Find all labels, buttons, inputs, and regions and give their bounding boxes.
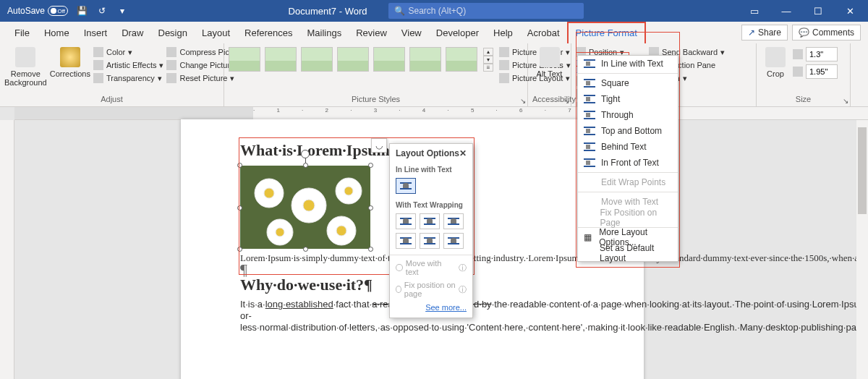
style-thumb[interactable] — [301, 47, 333, 72]
style-thumb[interactable] — [265, 47, 297, 72]
svg-point-10 — [336, 226, 346, 236]
resize-handle[interactable] — [303, 163, 308, 168]
window-minimize-icon[interactable]: — — [775, 6, 797, 17]
picture-styles-dialog-launcher[interactable]: ↘ — [520, 97, 526, 105]
tab-help[interactable]: Help — [486, 23, 520, 43]
wrap-inline-icon — [584, 59, 595, 68]
tab-home[interactable]: Home — [37, 23, 77, 43]
tab-layout[interactable]: Layout — [195, 23, 237, 43]
resize-handle[interactable] — [237, 247, 242, 252]
layout-opt-inline[interactable] — [396, 178, 416, 194]
style-thumb[interactable] — [446, 47, 477, 72]
info-icon[interactable]: ⓘ — [459, 263, 467, 273]
tab-review[interactable]: Review — [349, 23, 394, 43]
undo-icon[interactable]: ↺ — [95, 4, 109, 17]
wrap-set-default[interactable]: Set as Default Layout — [578, 245, 678, 261]
info-icon[interactable]: ⓘ — [459, 284, 467, 295]
layout-move-with-text: Move with textⓘ — [390, 257, 472, 278]
autosave-toggle[interactable]: AutoSave Off — [7, 6, 68, 16]
ribbon-display-icon[interactable]: ▭ — [744, 6, 765, 17]
tab-draw[interactable]: Draw — [114, 23, 150, 43]
wrap-through[interactable]: Through — [578, 107, 678, 123]
save-icon[interactable]: 💾 — [75, 4, 88, 17]
vertical-scrollbar[interactable] — [856, 120, 868, 379]
size-dialog-launcher[interactable]: ↘ — [843, 97, 848, 105]
width-icon — [793, 67, 803, 77]
style-thumb[interactable] — [409, 47, 441, 72]
resize-handle[interactable] — [237, 205, 242, 210]
autosave-label: AutoSave — [7, 6, 45, 16]
height-input[interactable] — [806, 47, 838, 61]
wrap-inline[interactable]: In Line with Text — [578, 56, 678, 72]
wrap-through-icon — [584, 111, 595, 119]
resize-handle[interactable] — [303, 247, 308, 252]
accessibility-dialog-launcher[interactable]: ↘ — [563, 97, 569, 105]
group-label-accessibility: Accessibility — [532, 95, 566, 105]
tab-design[interactable]: Design — [151, 23, 195, 43]
height-field[interactable] — [793, 47, 838, 61]
resize-handle[interactable] — [368, 205, 373, 210]
resize-handle[interactable] — [368, 163, 373, 168]
tab-references[interactable]: References — [237, 23, 299, 43]
style-thumb[interactable] — [337, 47, 369, 72]
selected-image[interactable] — [240, 166, 370, 249]
layout-opt-square[interactable] — [396, 213, 416, 229]
layout-opt-behind[interactable] — [420, 233, 440, 249]
resize-handle[interactable] — [368, 247, 373, 252]
layout-options-title: Layout Options — [396, 148, 459, 158]
style-thumb[interactable] — [229, 47, 260, 72]
gallery-nav[interactable]: ▴▾≡ — [483, 48, 493, 72]
wrap-top-bottom[interactable]: Top and Bottom — [578, 123, 678, 139]
tab-developer[interactable]: Developer — [429, 23, 486, 43]
comments-icon: 💬 — [799, 27, 809, 38]
wrap-in-front-icon — [584, 158, 595, 167]
style-thumb[interactable] — [373, 47, 405, 72]
rotate-handle[interactable] — [301, 150, 310, 158]
layout-opt-in-front[interactable] — [443, 233, 464, 249]
artistic-effects-icon — [93, 60, 103, 70]
comments-button[interactable]: 💬Comments — [792, 25, 861, 41]
autosave-state: Off — [58, 8, 66, 14]
share-button[interactable]: ↗Share — [741, 25, 788, 41]
tell-me-search[interactable]: 🔍 Search (Alt+Q) — [388, 3, 584, 19]
layout-opt-through[interactable] — [443, 213, 464, 229]
vertical-ruler[interactable] — [0, 120, 14, 379]
resize-handle[interactable] — [237, 163, 242, 168]
wrap-in-front[interactable]: In Front of Text — [578, 155, 678, 171]
horizontal-ruler[interactable]: · 1 · 2 · 3 · 4 · 5 · 6 · 7 · — [14, 107, 868, 120]
crop-button[interactable]: Crop — [761, 47, 790, 78]
color-button[interactable]: Color ▾ — [93, 47, 163, 57]
layout-opt-top-bottom[interactable] — [396, 233, 416, 249]
transparency-button[interactable]: Transparency ▾ — [93, 73, 163, 83]
layout-opt-tight[interactable] — [420, 213, 440, 229]
close-icon[interactable]: ✕ — [459, 148, 467, 158]
remove-background-button[interactable]: Remove Background — [4, 47, 47, 87]
crop-icon — [765, 47, 786, 67]
svg-point-6 — [344, 187, 353, 195]
tab-acrobat[interactable]: Acrobat — [520, 23, 567, 43]
width-field[interactable] — [793, 64, 838, 79]
redo-icon[interactable]: ▾ — [116, 4, 129, 17]
picture-styles-gallery[interactable]: ▴▾≡ — [229, 47, 493, 72]
picture-layout-icon — [499, 73, 509, 83]
layout-options-launcher[interactable]: ◡ — [371, 138, 387, 153]
tab-mailings[interactable]: Mailings — [300, 23, 349, 43]
corrections-button[interactable]: Corrections — [50, 47, 90, 78]
layout-see-more[interactable]: See more... — [390, 300, 472, 318]
window-close-icon[interactable]: ✕ — [839, 6, 861, 17]
tab-view[interactable]: View — [394, 23, 429, 43]
tab-insert[interactable]: Insert — [77, 23, 115, 43]
window-maximize-icon[interactable]: ☐ — [807, 6, 829, 17]
ribbon-tabs: File Home Insert Draw Design Layout Refe… — [0, 22, 868, 43]
ribbon-group-size: Crop Size ↘ — [757, 43, 851, 106]
alt-text-button[interactable]: Alt Text — [532, 47, 566, 78]
transparency-icon — [93, 73, 103, 83]
artistic-effects-button[interactable]: Artistic Effects ▾ — [93, 60, 163, 70]
wrap-behind[interactable]: Behind Text — [578, 139, 678, 155]
tab-file[interactable]: File — [7, 23, 37, 43]
tab-picture-format[interactable]: Picture Format — [567, 22, 646, 46]
scrollbar-thumb[interactable] — [858, 127, 867, 214]
wrap-tight[interactable]: Tight — [578, 91, 678, 107]
width-input[interactable] — [806, 64, 838, 79]
wrap-square[interactable]: Square — [578, 75, 678, 91]
